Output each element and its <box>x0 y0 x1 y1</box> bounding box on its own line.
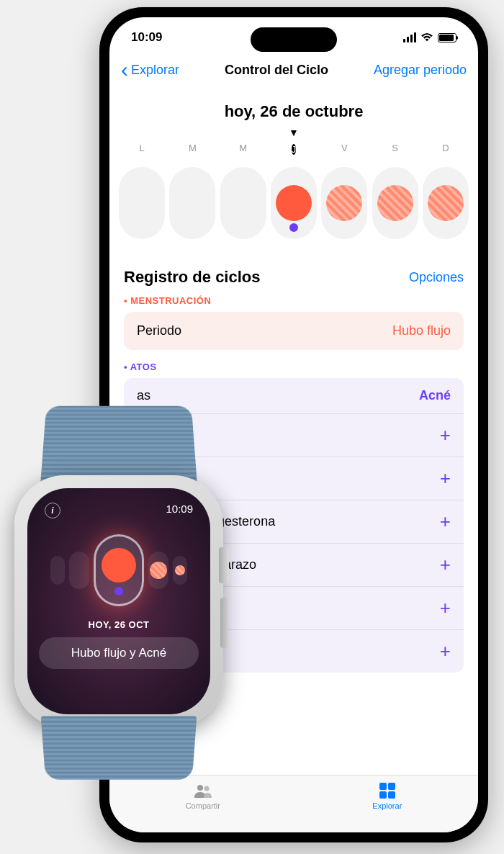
day-pill-today[interactable] <box>271 167 317 239</box>
options-button[interactable]: Opciones <box>409 270 464 285</box>
wifi-icon <box>420 32 433 42</box>
symptom-dot-icon <box>289 223 298 232</box>
cellular-signal-icon <box>403 32 416 42</box>
menstruation-label: MENSTRUACIÓN <box>124 295 464 306</box>
period-label: Periodo <box>137 323 181 338</box>
period-value: Hubo flujo <box>392 323 451 338</box>
period-indicator-icon <box>102 548 136 583</box>
nav-bar: Explorar Control del Ciclo Agregar perio… <box>109 52 478 88</box>
watch-time: 10:09 <box>166 503 193 518</box>
tab-explore[interactable]: Explorar <box>372 781 402 832</box>
predicted-period-icon <box>377 185 413 221</box>
day-pill[interactable] <box>423 167 469 239</box>
day-label: M <box>189 143 197 153</box>
watch-day-pill <box>69 552 89 589</box>
tab-share[interactable]: Compartir <box>186 781 220 832</box>
watch-day-pill <box>148 552 168 589</box>
watch-crown[interactable] <box>219 547 229 583</box>
day-label: V <box>341 143 348 153</box>
plus-icon: + <box>440 554 451 576</box>
watch-day-pill-today <box>94 534 144 606</box>
people-icon <box>193 781 213 800</box>
plus-icon: + <box>440 511 451 533</box>
status-right <box>403 32 456 42</box>
back-button[interactable]: Explorar <box>121 58 179 82</box>
day-pill[interactable] <box>372 167 418 239</box>
svg-point-1 <box>204 786 209 791</box>
svg-rect-5 <box>388 791 395 799</box>
predicted-period-icon <box>428 185 464 221</box>
plus-icon: + <box>440 640 451 662</box>
day-pill[interactable] <box>220 167 266 239</box>
plus-icon: + <box>440 467 451 490</box>
day-pill[interactable] <box>169 167 215 239</box>
tab-label: Explorar <box>372 801 402 810</box>
dynamic-island <box>251 27 337 52</box>
plus-icon: + <box>440 424 451 446</box>
chevron-down-icon: ▼ <box>109 127 478 138</box>
symptom-dot-icon <box>114 587 123 595</box>
day-pill[interactable] <box>119 167 165 239</box>
plus-icon: + <box>440 597 451 619</box>
day-label: M <box>239 143 247 153</box>
watch-case: i 10:09 HOY, 26 OCT Hubo flujo y Acné <box>14 475 223 727</box>
day-label: D <box>442 143 449 153</box>
period-row[interactable]: Periodo Hubo flujo <box>124 312 464 350</box>
svg-rect-2 <box>379 783 387 790</box>
period-indicator-icon <box>276 185 312 221</box>
week-cycle-pills[interactable] <box>109 167 478 239</box>
watch-status-bar: i 10:09 <box>39 500 199 521</box>
day-label-active: J <box>292 144 297 155</box>
nav-title: Control del Ciclo <box>225 63 328 78</box>
watch-day-pill <box>50 556 65 585</box>
tab-bar: Compartir Explorar <box>109 775 478 832</box>
watch-day-pill <box>173 556 187 585</box>
watch-band <box>41 716 197 780</box>
apple-watch: i 10:09 HOY, 26 OCT Hubo flujo y Acné <box>7 403 230 781</box>
svg-point-0 <box>197 785 203 791</box>
watch-cycle-strip[interactable] <box>39 534 199 606</box>
tab-label: Compartir <box>186 801 220 810</box>
watch-side-button[interactable] <box>220 598 228 648</box>
status-time: 10:09 <box>131 30 162 45</box>
battery-icon <box>438 33 456 42</box>
cycle-log-title: Registro de ciclos <box>124 268 261 287</box>
week-day-labels: L M M J V S D <box>109 141 478 158</box>
info-icon[interactable]: i <box>45 503 60 518</box>
add-period-button[interactable]: Agregar periodo <box>374 63 467 78</box>
predicted-period-icon <box>150 562 167 579</box>
day-pill[interactable] <box>321 167 367 239</box>
watch-summary-pill[interactable]: Hubo flujo y Acné <box>39 637 199 669</box>
day-label: S <box>392 143 398 153</box>
grid-icon <box>377 781 397 800</box>
svg-rect-3 <box>388 783 395 790</box>
other-data-label: ATOS <box>124 361 464 372</box>
date-header: hoy, 26 de octubre <box>109 102 478 121</box>
svg-rect-4 <box>379 791 387 799</box>
watch-screen: i 10:09 HOY, 26 OCT Hubo flujo y Acné <box>27 488 210 714</box>
predicted-period-icon <box>175 565 185 575</box>
day-label: L <box>140 143 145 153</box>
predicted-period-icon <box>326 185 362 221</box>
watch-date: HOY, 26 OCT <box>39 619 199 630</box>
